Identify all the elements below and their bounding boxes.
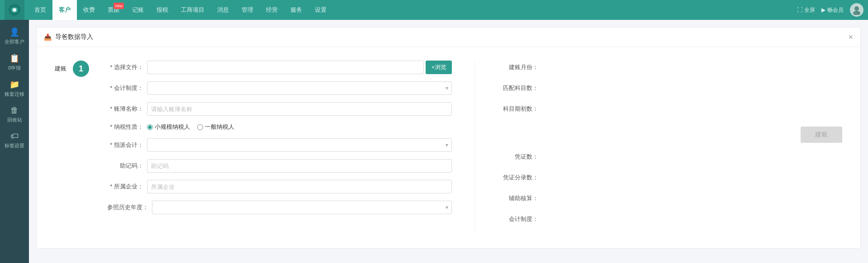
- vip-icon: ▶: [821, 7, 825, 13]
- form-wrapper: 建账 1 * 选择文件： +浏览: [37, 47, 860, 247]
- assigned-accountant-select-wrapper: [147, 138, 452, 152]
- step-indicator: 建账 1: [55, 61, 89, 233]
- file-select-label: * 选择文件：: [107, 63, 143, 71]
- avatar[interactable]: [850, 3, 863, 17]
- history-year-select-wrapper: [152, 201, 452, 214]
- form-section-right: 建账月份： 匹配科目数： 科目期初数： 建账: [498, 61, 842, 233]
- nav-right: ⛶ 全屏 ▶ 畅会员: [797, 3, 863, 17]
- memo-row: 助记码：: [107, 159, 452, 173]
- import-icon: 📥: [44, 33, 52, 41]
- nav-bookkeeping[interactable]: 记账: [126, 0, 150, 20]
- ledger-name-input[interactable]: [147, 102, 452, 116]
- file-select-row: * 选择文件： +浏览: [107, 61, 452, 74]
- new-badge: new: [114, 3, 124, 9]
- sidebar-item-tag-settings[interactable]: 🏷 标签设置: [0, 128, 29, 153]
- svg-point-2: [854, 6, 859, 11]
- step-label: 建账: [55, 65, 66, 73]
- tax-type-radio-group: 小规模纳税人 一般纳税人: [147, 123, 234, 131]
- history-year-row: 参照历史年度：: [107, 201, 452, 214]
- accounting-system-select-wrapper: [147, 81, 452, 95]
- build-month-label: 建账月份：: [498, 63, 538, 71]
- tax-type-label: * 纳税性质：: [107, 123, 143, 131]
- panel-header: 📥 导爸数据导入: [37, 28, 860, 47]
- match-subject-label: 匹配科目数：: [498, 84, 538, 92]
- top-nav: 首页 客户 收费 票据 new 记账 报税 工商项目 消息 管理 经营 服务 设…: [0, 0, 868, 20]
- history-year-label: 参照历史年度：: [107, 203, 148, 211]
- owner-company-label: * 所属企业：: [107, 183, 143, 191]
- sidebar-item-zero-declare[interactable]: 📋 0申报: [0, 50, 29, 75]
- tag-icon: 🏷: [10, 132, 19, 141]
- memo-input[interactable]: [147, 159, 452, 173]
- small-taxpayer-radio[interactable]: [147, 124, 153, 130]
- panel: 📥 导爸数据导入 × 建账 1 * 选择文件：: [36, 27, 861, 249]
- main-layout: 👤 全部客户 📋 0申报 📁 账套迁移 🗑 回收站 🏷 标签设置 📥 导爸数据导…: [0, 20, 868, 263]
- owner-company-row: * 所属企业：: [107, 180, 452, 193]
- nav-service[interactable]: 服务: [284, 0, 308, 20]
- svg-point-1: [13, 8, 16, 12]
- browse-button[interactable]: +浏览: [426, 61, 452, 74]
- owner-company-input[interactable]: [147, 180, 452, 193]
- voucher-entry-row: 凭证分录数：: [498, 171, 842, 184]
- declare-icon: 📋: [9, 53, 19, 63]
- sidebar-item-account-migrate[interactable]: 📁 账套迁移: [0, 76, 29, 101]
- ledger-name-row: * 账簿名称：: [107, 102, 452, 116]
- nav-fee[interactable]: 收费: [77, 0, 101, 20]
- assigned-accountant-select[interactable]: [147, 138, 452, 152]
- accounting-system-label: * 会计制度：: [107, 84, 143, 92]
- history-year-select[interactable]: [152, 201, 452, 214]
- fullscreen-button[interactable]: ⛶ 全屏: [797, 6, 815, 14]
- nav-message[interactable]: 消息: [211, 0, 235, 20]
- nav-operation[interactable]: 经营: [260, 0, 284, 20]
- tax-type-row: * 纳税性质： 小规模纳税人 一般纳税人: [107, 123, 452, 131]
- memo-label: 助记码：: [107, 162, 143, 170]
- voucher-entry-label: 凭证分录数：: [498, 174, 538, 182]
- nav-customer[interactable]: 客户: [52, 0, 77, 20]
- file-input-group: +浏览: [147, 61, 452, 74]
- account-system-row: 会计制度：: [498, 212, 842, 226]
- nav-business[interactable]: 工商项目: [175, 0, 211, 20]
- vip-button[interactable]: ▶ 畅会员: [821, 6, 844, 14]
- person-icon: 👤: [9, 27, 19, 37]
- accounting-system-select[interactable]: [147, 81, 452, 95]
- subject-initial-label: 科目期初数：: [498, 105, 538, 113]
- nav-settings[interactable]: 设置: [308, 0, 333, 20]
- assigned-accountant-row: * 指派会计：: [107, 138, 452, 152]
- general-taxpayer-radio[interactable]: [197, 124, 203, 130]
- sidebar-item-all-customers[interactable]: 👤 全部客户: [0, 23, 29, 49]
- aux-accounting-row: 辅助核算：: [498, 192, 842, 205]
- subject-initial-row: 科目期初数：: [498, 102, 842, 116]
- step-badge: 1: [73, 61, 89, 77]
- create-account-button[interactable]: 建账: [801, 127, 842, 143]
- form-section-left: * 选择文件： +浏览 * 会计制度：: [107, 61, 452, 233]
- file-input[interactable]: [147, 61, 424, 74]
- build-month-row: 建账月份：: [498, 61, 842, 74]
- nav-home[interactable]: 首页: [28, 0, 52, 20]
- nav-items: 首页 客户 收费 票据 new 记账 报税 工商项目 消息 管理 经营 服务 设…: [28, 0, 797, 20]
- account-system-label: 会计制度：: [498, 215, 538, 223]
- form-divider: [474, 61, 475, 233]
- voucher-row: 凭证数：: [498, 150, 842, 164]
- sidebar: 👤 全部客户 📋 0申报 📁 账套迁移 🗑 回收站 🏷 标签设置: [0, 20, 29, 263]
- nav-manage[interactable]: 管理: [235, 0, 260, 20]
- sidebar-item-recycle[interactable]: 🗑 回收站: [0, 102, 29, 127]
- migrate-icon: 📁: [9, 80, 19, 89]
- ledger-name-label: * 账簿名称：: [107, 105, 143, 113]
- general-taxpayer-option[interactable]: 一般纳税人: [197, 123, 234, 131]
- small-taxpayer-option[interactable]: 小规模纳税人: [147, 123, 190, 131]
- nav-tax[interactable]: 报税: [150, 0, 175, 20]
- assigned-accountant-label: * 指派会计：: [107, 141, 143, 149]
- trash-icon: 🗑: [10, 106, 19, 115]
- fullscreen-icon: ⛶: [797, 7, 802, 13]
- match-subject-row: 匹配科目数：: [498, 81, 842, 95]
- voucher-label: 凭证数：: [498, 153, 538, 161]
- close-button[interactable]: ×: [848, 33, 853, 41]
- nav-invoice[interactable]: 票据 new: [101, 0, 126, 20]
- content-area: 📥 导爸数据导入 × 建账 1 * 选择文件：: [29, 20, 868, 263]
- panel-title: 导爸数据导入: [55, 33, 93, 41]
- logo[interactable]: [5, 0, 24, 20]
- accounting-system-row: * 会计制度：: [107, 81, 452, 95]
- aux-accounting-label: 辅助核算：: [498, 194, 538, 202]
- svg-point-3: [853, 11, 860, 15]
